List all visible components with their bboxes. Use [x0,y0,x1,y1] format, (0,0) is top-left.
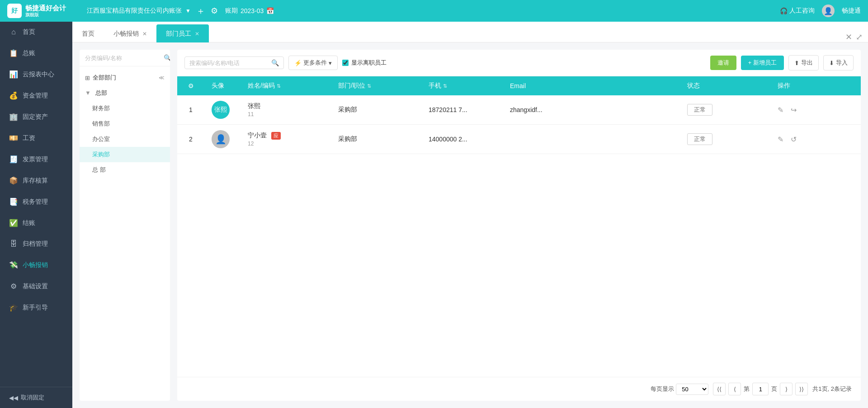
tab-department-close[interactable]: ✕ [195,31,199,37]
sidebar-item-invoice[interactable]: 🧾 发票管理 [0,149,72,170]
calendar-icon[interactable]: 📅 [266,7,274,14]
tab-expense[interactable]: 小畅报销 ✕ [104,24,156,42]
sidebar-item-ledger[interactable]: 📋 总账 [0,42,72,64]
page-text: 第 [744,385,750,393]
export-button[interactable]: ⬆ 导出 [788,55,819,70]
sidebar-item-label-assets: 固定资产 [23,113,48,121]
filter-more-button[interactable]: ⚡ 更多条件 ▾ [288,56,338,70]
sidebar-item-expense[interactable]: 💸 小畅报销 [0,254,72,276]
headset-icon: 🎧 [780,7,788,14]
edit-button-1[interactable]: ✎ [778,106,783,114]
app-logo: 好 畅捷通好会计 旗舰版 [7,4,80,18]
sidebar-item-label-payroll: 工资 [23,134,35,142]
dept-search-input[interactable] [85,55,161,61]
top-bar-right: 🎧 人工咨询 👤 畅捷通 [780,5,861,17]
sidebar-item-inventory[interactable]: 📦 库存核算 [0,170,72,191]
invite-button[interactable]: 邀请 [710,56,736,70]
dept-sales[interactable]: 销售部 [80,116,170,131]
dept-general-label: 总 部 [92,166,106,173]
show-resigned-checkbox[interactable] [342,60,349,66]
company-selector[interactable]: 江西服宝精品有限责任公司内账张 ▼ [87,7,191,15]
pagination-bar: 每页显示 50 10 20 100 ⟨⟨ ⟨ 第 页 [177,377,861,401]
sidebar-item-home[interactable]: ⌂ 首页 [0,22,72,42]
th-phone-sort-icon: ⇅ [443,83,447,89]
ledger-icon: 📋 [9,49,18,57]
avatar-icon-2: 👤 [215,134,226,145]
table-row: 1 张熙 张熙 11 [177,95,861,125]
employee-avatar-2: 👤 [212,130,230,148]
user-avatar[interactable]: 👤 [822,5,835,17]
dept-search-icon[interactable]: 🔍 [164,54,170,61]
page-prev-button[interactable]: ⟨ [728,383,741,395]
sidebar-item-label-home: 首页 [23,28,35,36]
company-dropdown-icon[interactable]: ▼ [185,8,191,14]
th-dept[interactable]: 部门/职位 ⇅ [331,76,421,95]
th-phone[interactable]: 手机 ⇅ [421,76,503,95]
app-subtitle: 旗舰版 [25,12,66,18]
tab-bar: 首页 小畅报销 ✕ 部门员工 ✕ ✕ ⤢ [72,22,868,42]
dept-office[interactable]: 办公室 [80,131,170,147]
dept-office-label: 办公室 [92,136,110,142]
page-input[interactable] [752,383,769,395]
import-button[interactable]: ⬇ 导入 [823,55,854,70]
sidebar-item-basic[interactable]: ⚙ 基础设置 [0,276,72,297]
page-next-button[interactable]: ⟩ [780,383,793,395]
td-phone-1: 18720211 7... [421,101,503,119]
tab-expense-close[interactable]: ✕ [142,31,147,37]
th-name[interactable]: 姓名/编码 ⇅ [241,76,331,95]
all-dept-item[interactable]: ⊞ 全部部门 ✎ ≪ [80,70,170,85]
sidebar-item-payroll[interactable]: 💴 工资 [0,127,72,149]
employee-name-1: 张熙 [248,102,260,110]
sidebar-item-assets[interactable]: 🏢 固定资产 [0,106,72,127]
edit-button-2[interactable]: ✎ [778,135,783,144]
dept-head-parent[interactable]: ▼ 总部 [80,85,170,101]
employee-toolbar: 🔍 ⚡ 更多条件 ▾ 显示离职员工 邀请 + 新增员工 [177,50,861,76]
sidebar-item-funds[interactable]: 💰 资金管理 [0,85,72,106]
per-page-dropdown[interactable]: 50 10 20 100 [676,384,708,395]
tab-close-all-button[interactable]: ✕ [845,32,852,42]
settings-button[interactable]: ⚙ [211,6,218,16]
sidebar-item-label-expense: 小畅报销 [23,261,48,269]
sidebar-item-closing[interactable]: ✅ 结账 [0,212,72,234]
th-email: Email [503,76,680,95]
th-phone-label: 手机 [429,82,441,90]
th-dept-sort-icon: ⇅ [367,83,371,89]
th-settings[interactable]: ⚙ [177,76,204,95]
page-first-button[interactable]: ⟨⟨ [713,383,726,395]
tab-department[interactable]: 部门员工 ✕ [156,24,209,42]
cancel-pin-button[interactable]: ◀◀ 取消固定 [0,387,72,408]
th-name-label: 姓名/编码 [248,82,275,90]
td-phone-2: 14000000 2... [421,130,503,148]
dept-general[interactable]: 总 部 [80,162,170,178]
refresh-button-2[interactable]: ↺ [791,135,797,144]
show-resigned-wrap[interactable]: 显示离职员工 [342,59,387,67]
tab-expand-button[interactable]: ⤢ [856,32,863,42]
add-employee-button[interactable]: + 新增员工 [741,56,784,70]
tab-home-label: 首页 [82,30,94,38]
app-title: 畅捷通好会计 [25,4,66,12]
export-label: 导出 [801,59,813,67]
employee-dept-2: 采购部 [338,135,357,143]
service-label: 人工咨询 [789,7,815,15]
logout-button-1[interactable]: ↪ [791,106,797,114]
sidebar-item-archive[interactable]: 🗄 归档管理 [0,234,72,254]
td-avatar-1: 张熙 [204,95,241,124]
service-button[interactable]: 🎧 人工咨询 [780,7,815,15]
sidebar-item-reports[interactable]: 📊 云报表中心 [0,64,72,85]
accounting-period[interactable]: 账期 2023-03 📅 [225,7,274,15]
tab-home[interactable]: 首页 [72,24,104,42]
td-action-1: ✎ ↪ [770,100,861,120]
grid-icon: ⊞ [85,75,90,81]
th-dept-label: 部门/职位 [338,82,365,90]
sidebar-item-tax[interactable]: 📑 税务管理 [0,191,72,212]
dept-finance[interactable]: 财务部 [80,101,170,116]
username[interactable]: 畅捷通 [842,7,861,15]
show-resigned-label: 显示离职员工 [351,59,387,67]
employee-search-input[interactable] [189,60,269,66]
dept-purchase[interactable]: 采购部 [80,147,170,162]
total-records: 共1页, 2条记录 [812,385,852,393]
sidebar-item-guide[interactable]: 🎓 新手引导 [0,297,72,318]
employee-search-icon[interactable]: 🔍 [271,59,279,66]
add-company-button[interactable]: ＋ [196,5,205,17]
page-last-button[interactable]: ⟩⟩ [795,383,808,395]
